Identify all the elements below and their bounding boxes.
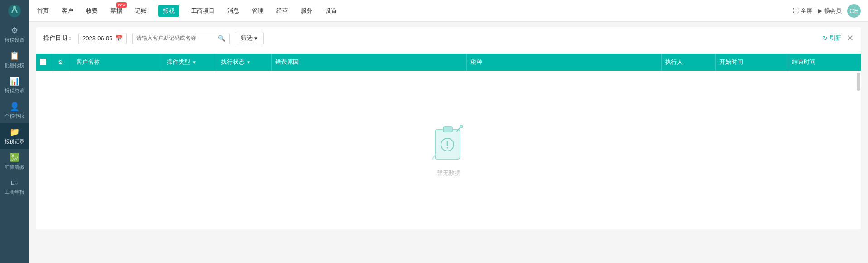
sidebar-item-baoshui-zonglian[interactable]: 📊 报税总览 — [0, 73, 29, 98]
new-badge: new — [116, 2, 127, 8]
svg-point-6 — [446, 147, 448, 149]
th-exec-status[interactable]: 执行状态 ▼ — [217, 54, 272, 71]
nav-operation[interactable]: 经营 — [275, 5, 289, 17]
vip-icon: ▶ — [818, 7, 822, 14]
record-icon: 📁 — [10, 127, 19, 137]
filter-button[interactable]: 筛选 ▾ — [235, 32, 264, 44]
calendar-icon: 📅 — [115, 35, 123, 42]
search-button[interactable]: 🔍 — [214, 33, 229, 44]
th-end-time: 结束时间 — [788, 54, 861, 71]
main-content: 首页 客户 收费 票据 new 记账 报税 工商项目 消息 管理 经营 服务 设… — [29, 0, 868, 263]
fullscreen-button[interactable]: ⛶ 全屏 — [793, 7, 812, 15]
th-settings[interactable]: ⚙ — [54, 54, 72, 71]
table-container: ⚙ 客户名称 操作类型 ▼ 执行状态 ▼ 错误原因 — [36, 54, 861, 229]
select-all-checkbox[interactable] — [40, 59, 46, 65]
avatar[interactable]: CE — [847, 4, 861, 18]
nav-message[interactable]: 消息 — [226, 5, 240, 17]
nav-collection[interactable]: 收费 — [85, 5, 99, 17]
refresh-button[interactable]: ↻ 刷新 — [823, 34, 841, 42]
sort-icon-operation: ▼ — [192, 60, 197, 65]
svg-point-1 — [13, 6, 16, 9]
svg-rect-3 — [443, 127, 452, 132]
search-input[interactable] — [133, 33, 214, 43]
overview-icon: 📊 — [10, 76, 19, 86]
nav-settings[interactable]: 设置 — [324, 5, 338, 17]
settlement-icon: 💹 — [10, 152, 19, 162]
sidebar-item-gongshang-nianbao[interactable]: 🗂 工商年报 — [0, 174, 29, 199]
empty-icon — [431, 123, 467, 164]
sort-icon-status: ▼ — [246, 60, 251, 65]
batch-tax-icon: 📋 — [10, 51, 19, 61]
sidebar: ⚙ 报税设置 📋 批量报税 📊 报税总览 👤 个税申报 📁 报税记录 💹 汇算清… — [0, 0, 29, 263]
personal-tax-icon: 👤 — [10, 102, 19, 112]
sidebar-item-piliang-baoshui[interactable]: 📋 批量报税 — [0, 47, 29, 73]
logo[interactable] — [0, 0, 29, 22]
refresh-icon: ↻ — [823, 35, 828, 42]
top-nav: 首页 客户 收费 票据 new 记账 报税 工商项目 消息 管理 经营 服务 设… — [29, 0, 868, 22]
settings-icon: ⚙ — [11, 25, 18, 35]
th-tax-type: 税种 — [467, 54, 662, 71]
toolbar: 操作日期： 2023-06-06 📅 🔍 筛选 ▾ ↻ — [36, 27, 861, 49]
nav-industry[interactable]: 工商项目 — [190, 5, 216, 17]
sidebar-item-geshuishenb[interactable]: 👤 个税申报 — [0, 98, 29, 123]
close-button[interactable]: ✕ — [847, 34, 854, 42]
nav-bookkeeping[interactable]: 记账 — [134, 5, 148, 17]
th-error-reason: 错误原因 — [272, 54, 467, 71]
chevron-down-icon: ▾ — [254, 35, 258, 42]
date-picker[interactable]: 2023-06-06 📅 — [78, 33, 127, 44]
column-settings-icon[interactable]: ⚙ — [58, 59, 63, 66]
th-checkbox[interactable] — [36, 54, 54, 71]
svg-point-10 — [432, 158, 434, 160]
search-icon: 🔍 — [218, 35, 225, 42]
empty-state: 暂无数据 — [412, 105, 485, 195]
date-label: 操作日期： — [43, 34, 73, 42]
table-body: 暂无数据 — [36, 71, 861, 229]
th-operation-type[interactable]: 操作类型 ▼ — [163, 54, 217, 71]
th-start-time: 开始时间 — [716, 54, 788, 71]
nav-invoice[interactable]: 票据 new — [110, 5, 123, 17]
fullscreen-icon: ⛶ — [793, 7, 799, 14]
sidebar-item-huisuan-jiaona[interactable]: 💹 汇算清缴 — [0, 149, 29, 174]
nav-tax-report[interactable]: 报税 — [158, 5, 179, 17]
nav-right: ⛶ 全屏 ▶ 畅会员 CE — [793, 4, 861, 18]
nav-customer[interactable]: 客户 — [61, 5, 74, 17]
th-executor: 执行人 — [662, 54, 716, 71]
nav-service[interactable]: 服务 — [300, 5, 313, 17]
annual-report-icon: 🗂 — [10, 178, 19, 187]
svg-point-8 — [460, 125, 463, 128]
nav-home[interactable]: 首页 — [36, 5, 50, 17]
page-area: 操作日期： 2023-06-06 📅 🔍 筛选 ▾ ↻ — [29, 22, 868, 263]
empty-text: 暂无数据 — [437, 169, 460, 177]
vip-button[interactable]: ▶ 畅会员 — [818, 7, 842, 15]
sidebar-item-baoshui-shezhi[interactable]: ⚙ 报税设置 — [0, 22, 29, 47]
sidebar-item-baoshui-jilu[interactable]: 📁 报税记录 — [0, 123, 29, 149]
scroll-indicator[interactable] — [857, 73, 860, 91]
th-customer-name: 客户名称 — [72, 54, 163, 71]
search-box: 🔍 — [132, 33, 230, 44]
table-header: ⚙ 客户名称 操作类型 ▼ 执行状态 ▼ 错误原因 — [36, 54, 861, 71]
nav-management[interactable]: 管理 — [251, 5, 264, 17]
